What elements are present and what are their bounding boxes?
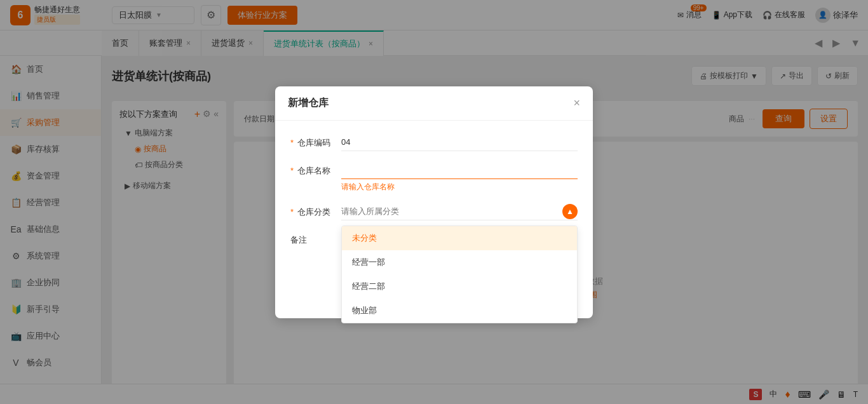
dropdown-item-uncategorized[interactable]: 未分类 [342, 226, 577, 250]
dialog-body: * 仓库编码 * 仓库名称 请输入仓库名称 [275, 121, 593, 276]
dialog-close-button[interactable]: × [573, 97, 580, 110]
modal-overlay[interactable]: 新增仓库 × * 仓库编码 * 仓库名称 [0, 0, 868, 404]
name-label: * 仓库名称 [290, 161, 341, 177]
form-row-category: * 仓库分类 ▲ 未分类 经营一部 经营二部 [290, 203, 578, 220]
category-input[interactable] [341, 203, 578, 220]
code-label: * 仓库编码 [290, 133, 341, 149]
form-row-name: * 仓库名称 请输入仓库名称 [290, 161, 578, 192]
dialog-title: 新增仓库 [288, 97, 329, 110]
category-select-wrapper: ▲ 未分类 经营一部 经营二部 物业部 [341, 203, 578, 220]
notes-label: 备注 [290, 231, 341, 246]
dropdown-item-ops1[interactable]: 经营一部 [342, 250, 577, 274]
dropdown-item-ops2[interactable]: 经营二部 [342, 274, 577, 299]
form-row-code: * 仓库编码 [290, 133, 578, 151]
category-dropdown: 未分类 经营一部 经营二部 物业部 [341, 226, 578, 323]
add-warehouse-dialog: 新增仓库 × * 仓库编码 * 仓库名称 [275, 86, 593, 318]
dropdown-item-property[interactable]: 物业部 [342, 299, 577, 323]
dialog-header: 新增仓库 × [275, 86, 593, 121]
category-label: * 仓库分类 [290, 203, 341, 218]
name-input[interactable] [341, 161, 578, 179]
code-input[interactable] [341, 133, 578, 151]
category-arrow-icon[interactable]: ▲ [562, 204, 578, 219]
name-error-msg: 请输入仓库名称 [341, 182, 578, 192]
